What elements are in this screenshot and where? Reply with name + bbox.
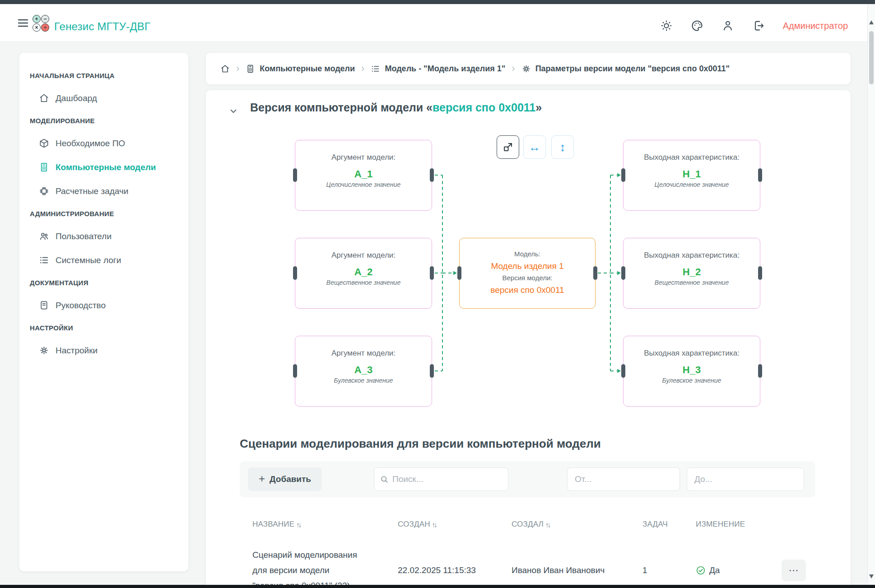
node-handle-right[interactable] bbox=[430, 168, 434, 182]
table-row[interactable]: Сценарий моделирования для версии модели… bbox=[252, 545, 815, 588]
logo-plus-symbol: + bbox=[33, 15, 41, 23]
scenarios-toolbar: + Добавить bbox=[240, 461, 815, 497]
chip-icon bbox=[39, 186, 49, 196]
node-type: Булевское значение bbox=[295, 377, 432, 384]
diagram-canvas[interactable]: ↔ ↕ Аргумент модели: A_1 Целочисленное з… bbox=[206, 125, 851, 437]
calculator-icon bbox=[246, 64, 255, 74]
date-to-input[interactable] bbox=[687, 468, 804, 491]
node-handle-left[interactable] bbox=[293, 168, 297, 182]
node-handle-right[interactable] bbox=[430, 364, 434, 378]
search-icon bbox=[380, 475, 389, 484]
sidebar-item-system-logs[interactable]: Системные логи bbox=[39, 255, 188, 265]
argument-node-a2[interactable]: Аргумент модели: A_2 Вещественное значен… bbox=[295, 238, 432, 309]
stretch-horizontal-button[interactable]: ↔ bbox=[523, 135, 546, 159]
user-icon[interactable] bbox=[721, 19, 734, 32]
output-node-h3[interactable]: Выходная характеристика: H_3 Булевское з… bbox=[623, 336, 760, 407]
node-name: H_2 bbox=[624, 266, 760, 278]
output-node-h2[interactable]: Выходная характеристика: H_2 Вещественно… bbox=[623, 238, 760, 309]
add-scenario-button[interactable]: + Добавить bbox=[248, 468, 322, 491]
node-title: Выходная характеристика: bbox=[624, 251, 760, 260]
book-icon bbox=[39, 300, 49, 310]
node-title: Аргумент модели: bbox=[295, 349, 432, 358]
package-icon bbox=[39, 138, 49, 148]
sort-icon[interactable]: ↑↓ bbox=[296, 521, 302, 528]
page-title-version: версия спо 0x0011 bbox=[433, 101, 535, 114]
model-node[interactable]: Модель: Модель изделия 1 Версия модели: … bbox=[459, 238, 596, 309]
node-handle-right[interactable] bbox=[758, 364, 762, 378]
sidebar-item-label: Дашбоард bbox=[56, 93, 97, 103]
fit-view-button[interactable] bbox=[497, 135, 519, 159]
breadcrumb-model[interactable]: Модель - "Модель изделия 1" bbox=[371, 64, 505, 74]
logout-icon[interactable] bbox=[752, 19, 765, 32]
scenario-name-line: Сценарий моделирования bbox=[252, 547, 398, 563]
collapse-chevron-icon[interactable] bbox=[228, 105, 239, 117]
sort-icon[interactable]: ↑↓ bbox=[545, 521, 551, 528]
node-title: Выходная характеристика: bbox=[624, 349, 760, 358]
vertical-scrollbar[interactable] bbox=[867, 4, 875, 585]
arrow-vertical-icon: ↕ bbox=[560, 140, 566, 154]
scenario-name-cell[interactable]: Сценарий моделирования для версии модели… bbox=[252, 547, 398, 588]
breadcrumb-label: Параметры версии модели "версия спо 0x00… bbox=[535, 64, 730, 74]
search-field[interactable] bbox=[374, 468, 508, 491]
breadcrumb-version-params[interactable]: Параметры версии модели "версия спо 0x00… bbox=[521, 64, 730, 74]
node-handle-right[interactable] bbox=[758, 168, 762, 182]
stretch-vertical-button[interactable]: ↕ bbox=[551, 135, 574, 159]
sidebar-item-manual[interactable]: Руководство bbox=[39, 300, 188, 310]
node-handle-left[interactable] bbox=[457, 266, 461, 280]
sort-icon[interactable]: ↑↓ bbox=[432, 521, 438, 528]
sidebar-item-users[interactable]: Пользователи bbox=[39, 231, 188, 241]
scenario-actions-cell: ⋯ bbox=[782, 560, 815, 581]
sidebar-item-computer-models[interactable]: Компьютерные модели bbox=[39, 162, 188, 172]
list-icon bbox=[371, 64, 380, 74]
breadcrumb-computer-models[interactable]: Компьютерные модели bbox=[246, 64, 355, 74]
user-role-label[interactable]: Администратор bbox=[783, 21, 848, 31]
node-handle-left[interactable] bbox=[621, 364, 625, 378]
row-actions-button[interactable]: ⋯ bbox=[782, 560, 806, 581]
column-header-created[interactable]: СОЗДАН↑↓ bbox=[398, 520, 512, 529]
sidebar-item-dashboard[interactable]: Дашбоард bbox=[39, 93, 188, 103]
node-handle-right[interactable] bbox=[430, 266, 434, 280]
app-title: Генезис МГТУ-ДВГ bbox=[54, 20, 150, 33]
theme-toggle-icon[interactable] bbox=[660, 19, 673, 32]
palette-icon[interactable] bbox=[691, 19, 703, 32]
argument-node-a1[interactable]: Аргумент модели: A_1 Целочисленное значе… bbox=[295, 140, 432, 211]
app-logo: + − × ÷ bbox=[33, 15, 50, 32]
breadcrumb-home[interactable] bbox=[220, 64, 230, 74]
node-handle-left[interactable] bbox=[293, 266, 297, 280]
output-node-h1[interactable]: Выходная характеристика: H_1 Целочисленн… bbox=[623, 140, 760, 211]
scenarios-heading: Сценарии моделирования для версии компью… bbox=[240, 437, 601, 451]
window-bottom-strip bbox=[0, 585, 875, 588]
node-name: A_2 bbox=[295, 266, 432, 278]
column-header-name[interactable]: НАЗВАНИЕ↑↓ bbox=[252, 520, 398, 529]
sidebar-section-home: НАЧАЛЬНАЯ СТРАНИЦА bbox=[30, 72, 188, 79]
date-from-input[interactable] bbox=[567, 468, 680, 491]
column-label: СОЗДАН bbox=[398, 520, 430, 529]
sidebar-item-compute-tasks[interactable]: Расчетные задачи bbox=[39, 186, 188, 196]
node-name: H_3 bbox=[624, 364, 760, 376]
node-handle-left[interactable] bbox=[621, 266, 625, 280]
node-handle-left[interactable] bbox=[293, 364, 297, 378]
node-type: Целочисленное значение bbox=[624, 181, 760, 188]
node-type: Вещественное значение bbox=[624, 279, 760, 286]
node-handle-left[interactable] bbox=[621, 168, 625, 182]
column-label: НАЗВАНИЕ bbox=[252, 520, 294, 529]
search-input[interactable] bbox=[392, 474, 503, 484]
node-title: Аргумент модели: bbox=[295, 153, 432, 162]
logo-multiply-symbol: × bbox=[33, 23, 41, 32]
hamburger-menu-icon[interactable] bbox=[17, 17, 29, 29]
sidebar: НАЧАЛЬНАЯ СТРАНИЦА Дашбоард МОДЕЛИРОВАНИ… bbox=[19, 53, 188, 571]
node-handle-right[interactable] bbox=[758, 266, 762, 280]
node-name: A_3 bbox=[295, 364, 432, 376]
scroll-up-icon[interactable] bbox=[869, 20, 874, 24]
column-header-changed: ИЗМЕНЕНИЕ bbox=[696, 520, 782, 529]
argument-node-a3[interactable]: Аргумент модели: A_3 Булевское значение bbox=[295, 336, 432, 407]
column-header-author[interactable]: СОЗДАЛ↑↓ bbox=[512, 520, 642, 529]
node-handle-right[interactable] bbox=[593, 266, 597, 280]
model-version-label: Версия модели: bbox=[460, 274, 595, 282]
sidebar-item-label: Руководство bbox=[56, 301, 106, 310]
scroll-down-icon[interactable] bbox=[869, 574, 874, 579]
sidebar-item-required-software[interactable]: Необходимое ПО bbox=[39, 138, 188, 148]
calculator-icon bbox=[39, 162, 49, 172]
sidebar-item-settings[interactable]: Настройки bbox=[39, 345, 188, 356]
scrollbar-thumb[interactable] bbox=[869, 31, 874, 84]
